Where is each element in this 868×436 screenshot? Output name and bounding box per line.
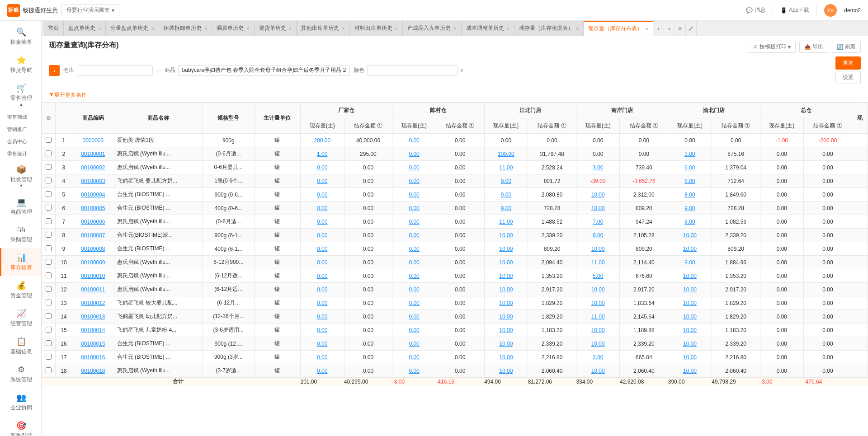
td-code[interactable]: 00100015: [72, 337, 114, 351]
td-na-qty[interactable]: 10.00: [576, 188, 620, 202]
td-checkbox[interactable]: [42, 147, 56, 161]
td-t-qty[interactable]: 0.00: [760, 202, 804, 215]
td-checkbox[interactable]: [42, 323, 56, 337]
td-yb-qty[interactable]: 10.00: [668, 296, 712, 310]
td-code[interactable]: 00100012: [72, 296, 114, 310]
td-code[interactable]: 00100013: [72, 310, 114, 323]
td-jb-qty[interactable]: 10.00: [484, 229, 528, 242]
td-checkbox[interactable]: [42, 202, 56, 215]
tab-close-icon[interactable]: ×: [342, 26, 344, 31]
tab-assemble[interactable]: 组装拆卸单历史 ×: [159, 21, 212, 36]
tab-close-icon[interactable]: ×: [576, 26, 579, 31]
td-yb-qty[interactable]: 10.00: [668, 310, 712, 323]
td-jb-qty[interactable]: 9.00: [484, 174, 528, 188]
warehouse-input[interactable]: [77, 65, 153, 76]
sidebar-item-collab[interactable]: 👥 企业协同: [0, 388, 41, 416]
td-checkbox[interactable]: [42, 161, 56, 174]
td-f-qty[interactable]: 0.00: [301, 364, 344, 378]
td-na-qty[interactable]: 10.00: [576, 323, 620, 337]
td-t-qty[interactable]: 0.00: [760, 229, 804, 242]
td-f-qty[interactable]: 0.00: [301, 215, 344, 229]
td-checkbox[interactable]: [42, 337, 56, 351]
message-btn[interactable]: 💬 消息: [746, 6, 765, 14]
tab-order[interactable]: 要货单历史 ×: [255, 21, 297, 36]
td-checkbox[interactable]: [42, 215, 56, 229]
td-jb-qty[interactable]: 10.00: [484, 323, 528, 337]
td-jb-qty[interactable]: 11.00: [484, 215, 528, 229]
td-code[interactable]: 00100016: [72, 351, 114, 364]
td-checkbox[interactable]: [42, 364, 56, 378]
td-c-qty[interactable]: 0.00: [392, 364, 436, 378]
td-na-qty[interactable]: 3.00: [576, 161, 620, 174]
td-na-qty[interactable]: -39.00: [576, 174, 620, 188]
td-checkbox[interactable]: [42, 351, 56, 364]
app-download-btn[interactable]: 📱 App下载: [780, 6, 809, 14]
sidebar-item-finance[interactable]: 💰 资金管理: [0, 276, 41, 304]
td-f-qty[interactable]: 0.00: [301, 174, 344, 188]
td-jb-qty[interactable]: 10.00: [484, 283, 528, 296]
tab-stocktake[interactable]: 盘点单历史 ×: [64, 21, 106, 36]
table-container[interactable]: ⚙ 商品编码 商品名称 规格型号 主计量单位 厂家仓 陈村仓 江北门店 南岸门店…: [42, 103, 868, 436]
td-t-qty[interactable]: 0.00: [760, 161, 804, 174]
td-c-qty[interactable]: 0.00: [392, 310, 436, 323]
sidebar-item-ecommerce[interactable]: 💻 电商管理: [0, 192, 41, 220]
td-t-qty[interactable]: -1.00: [760, 134, 804, 147]
tab-product-in[interactable]: 产成品入库单历史 ×: [403, 21, 461, 36]
tab-transfer[interactable]: 调拨单历史 ×: [212, 21, 254, 36]
td-t-qty[interactable]: 0.00: [760, 256, 804, 269]
td-c-qty[interactable]: 0.00: [392, 269, 436, 283]
td-code[interactable]: 00100001: [72, 147, 114, 161]
nav-selector[interactable]: 母婴行业演示陈套 ▾: [61, 4, 119, 16]
td-t-qty[interactable]: 0.00: [760, 174, 804, 188]
sidebar-item-retail[interactable]: 🛒 零售管理 ▲: [0, 79, 41, 111]
tab-cost-adjust[interactable]: 成本调整单历史 ×: [462, 21, 514, 36]
td-yb-qty[interactable]: 9.00: [668, 202, 712, 215]
td-jb-qty[interactable]: 11.00: [484, 161, 528, 174]
td-yb-qty[interactable]: 9.00: [668, 256, 712, 269]
td-code[interactable]: 0000003: [72, 134, 114, 147]
sidebar-item-guide[interactable]: 🎯 新手引导: [0, 416, 41, 436]
td-f-qty[interactable]: 0.00: [301, 323, 344, 337]
td-c-qty[interactable]: 0.00: [392, 188, 436, 202]
tab-close-icon[interactable]: ×: [507, 26, 509, 31]
td-f-qty[interactable]: 0.00: [301, 337, 344, 351]
td-na-qty[interactable]: 10.00: [576, 337, 620, 351]
td-code[interactable]: 00100018: [72, 364, 114, 378]
td-c-qty[interactable]: 0.00: [392, 242, 436, 256]
td-na-qty[interactable]: 10.00: [576, 242, 620, 256]
td-na-qty[interactable]: 10.00: [576, 283, 620, 296]
td-c-qty[interactable]: 0.00: [392, 351, 436, 364]
sidebar-subitem-stats[interactable]: 零售统计: [0, 148, 41, 160]
td-yb-qty[interactable]: 3.00: [668, 147, 712, 161]
query-button[interactable]: 查询: [835, 56, 861, 70]
tab-close-all-btn[interactable]: ×: [675, 21, 686, 36]
td-f-qty[interactable]: 0.00: [301, 229, 344, 242]
tab-next-btn[interactable]: ›: [664, 21, 675, 36]
td-na-qty[interactable]: 11.00: [576, 256, 620, 269]
td-f-qty[interactable]: 0.00: [301, 242, 344, 256]
td-checkbox[interactable]: [42, 310, 56, 323]
td-yb-qty[interactable]: 10.00: [668, 351, 712, 364]
td-jb-qty[interactable]: 10.00: [484, 351, 528, 364]
filter-expand-more[interactable]: ▼ 展开更多条件: [49, 91, 87, 99]
td-yb-qty[interactable]: 10.00: [668, 364, 712, 378]
td-t-qty[interactable]: 0.00: [760, 147, 804, 161]
td-c-qty[interactable]: 0.00: [392, 229, 436, 242]
td-f-qty[interactable]: 0.00: [301, 188, 344, 202]
td-na-qty[interactable]: 10.00: [576, 296, 620, 310]
td-c-qty[interactable]: 0.00: [392, 161, 436, 174]
sidebar-item-system[interactable]: ⚙ 系统管理: [0, 360, 41, 388]
td-checkbox[interactable]: [42, 283, 56, 296]
td-t-qty[interactable]: 0.00: [760, 296, 804, 310]
tab-material-out[interactable]: 材料出库单历史 ×: [350, 21, 403, 36]
td-c-qty[interactable]: 0.00: [392, 174, 436, 188]
settings-icon[interactable]: ⚙: [46, 115, 51, 122]
td-yb-qty[interactable]: 10.00: [668, 242, 712, 256]
td-f-qty[interactable]: 200.00: [301, 134, 344, 147]
td-f-qty[interactable]: 0.00: [301, 283, 344, 296]
td-yb-qty[interactable]: 10.00: [668, 323, 712, 337]
td-code[interactable]: 00100008: [72, 242, 114, 256]
tab-stock-dist[interactable]: 现存量（库存分布表） ×: [584, 21, 653, 36]
export-btn[interactable]: 📤 导出: [799, 41, 828, 53]
tab-stock-status[interactable]: 现存量（库存状况表） ×: [514, 21, 584, 36]
